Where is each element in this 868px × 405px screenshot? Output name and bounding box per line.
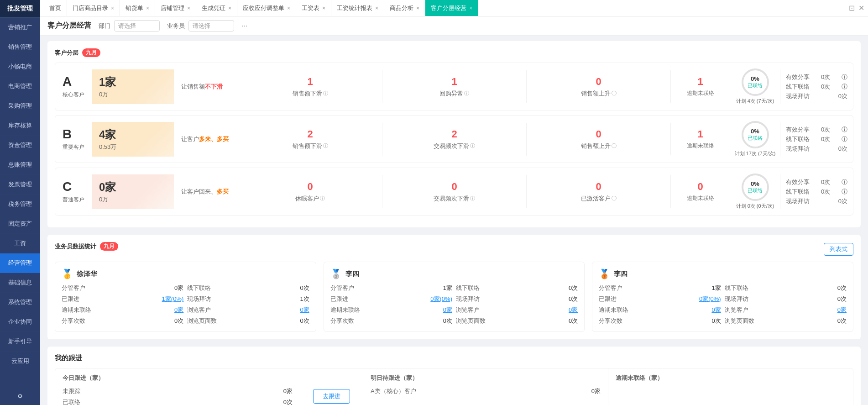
staff-select[interactable]: 请选择: [188, 20, 234, 32]
metric-a-3[interactable]: 0 销售额上升 ⓘ: [526, 70, 670, 103]
sidebar-item-jichu[interactable]: 基础信息: [0, 273, 40, 293]
close-icon[interactable]: ×: [146, 5, 149, 11]
sidebar-item-zhanghu[interactable]: 总账管理: [0, 155, 40, 175]
tier-a-metrics: 1 销售额下滑 ⓘ 1 回购异常 ⓘ 0 销售额上升 ⓘ: [238, 70, 670, 103]
sidebar-header[interactable]: 批发管理: [0, 0, 40, 18]
sidebar-item-gongzi[interactable]: 工资: [0, 234, 40, 253]
tier-c-main[interactable]: 0家 0万: [92, 174, 174, 209]
metric-c-3[interactable]: 0 已激活客户 ⓘ: [526, 175, 670, 208]
metric-a-2[interactable]: 1 回购异常 ⓘ: [382, 70, 526, 103]
staff-section: 业务员数据统计 九月 列表式 🥇 徐泽华 分管客户 0家: [47, 235, 861, 339]
staff-1-rank-icon: 🥇: [62, 268, 73, 279]
followup-section: 我的跟进 今日跟进（家） 未跟踪 0家 已联络 0次 未联络 1家: [47, 347, 861, 405]
tier-c-circle: 0% 已联络 计划 0次 (0天/次): [730, 168, 780, 215]
tier-c-metrics: 0 休眠客户 ⓘ 0 交易频次下滑 ⓘ 0 已激活客户 ⓘ: [238, 175, 670, 208]
tier-b-slogan: 让客户多来、多买: [174, 131, 238, 147]
tab-home[interactable]: 首页: [44, 0, 67, 16]
staff-2-name: 李四: [345, 270, 359, 279]
metric-b-2[interactable]: 2 交易频次下滑 ⓘ: [382, 123, 526, 156]
tab-gongzitongji[interactable]: 工资统计报表×: [331, 0, 384, 16]
close-icon[interactable]: ×: [111, 5, 114, 11]
close-icon[interactable]: ×: [375, 5, 378, 11]
sidebar-item-dianshang[interactable]: 电商管理: [0, 77, 40, 96]
tier-a-main[interactable]: 1家 0万: [92, 69, 174, 104]
tab-pingzheng[interactable]: 生成凭证×: [196, 0, 237, 16]
tab-shangpinfenxi[interactable]: 商品分析×: [384, 0, 425, 16]
tab-xiaohuodan[interactable]: 销货单×: [120, 0, 155, 16]
close-icon[interactable]: ×: [228, 5, 231, 11]
dept-filter: 部门 请选择: [99, 20, 160, 32]
restore-icon[interactable]: ⊡: [849, 4, 855, 12]
sidebar-item-yunyingyong[interactable]: 云应用: [0, 352, 40, 371]
staff-1-stat-4: 逾期未联络 0家: [62, 306, 183, 314]
staff-3-rank-icon: 🥉: [599, 268, 610, 279]
sidebar-item-xitong[interactable]: 系统管理: [0, 293, 40, 312]
tier-b-main[interactable]: 4家 0.53万: [92, 122, 174, 157]
metric-b-1[interactable]: 2 销售额下滑 ⓘ: [238, 123, 382, 156]
tab-dianpu[interactable]: 店铺管理×: [155, 0, 196, 16]
sidebar-item-kucun[interactable]: 库存核算: [0, 116, 40, 136]
close-icon[interactable]: ×: [416, 5, 419, 11]
sidebar-item-dianshang-small[interactable]: 小畅电商: [0, 57, 40, 77]
staff-grid: 🥇 徐泽华 分管客户 0家 线下联络 0次 已跟进: [55, 262, 853, 332]
staff-3-stat-4: 逾期未联络 0家: [599, 306, 721, 314]
right-info-share-c: 有效分享0次ⓘ: [786, 178, 847, 186]
tab-mendian[interactable]: 门店商品目录×: [67, 0, 120, 16]
staff-month-badge: 九月: [100, 242, 118, 251]
metric-c-1[interactable]: 0 休眠客户 ⓘ: [238, 175, 382, 208]
staff-1-name-row: 🥇 徐泽华: [62, 268, 309, 279]
staff-3-stat-5: 浏览客户 0家: [725, 306, 847, 314]
main-area: 首页 门店商品目录× 销货单× 店铺管理× 生成凭证× 应收应付调整单× 工资表…: [40, 0, 868, 405]
sidebar-item-zijin[interactable]: 资金管理: [0, 136, 40, 155]
month-badge: 九月: [82, 48, 100, 57]
staff-1-stat-3: 现场拜访 1次: [187, 295, 309, 303]
more-filters-btn[interactable]: ···: [241, 22, 247, 30]
close-icon[interactable]: ×: [287, 5, 290, 11]
metric-b-3[interactable]: 0 销售额上升 ⓘ: [526, 123, 670, 156]
close-icon[interactable]: ×: [322, 5, 325, 11]
close-icon[interactable]: ×: [469, 5, 472, 11]
staff-3-stat-3: 现场拜访 0次: [725, 295, 847, 303]
sidebar-item-caigou[interactable]: 采购管理: [0, 96, 40, 116]
metric-a-1[interactable]: 1 销售额下滑 ⓘ: [238, 70, 382, 103]
staff-2-stat-3: 现场拜访 0次: [456, 295, 578, 303]
followup-title: 我的跟进: [55, 354, 853, 363]
sidebar-item-xiaoshou[interactable]: 销售管理: [0, 37, 40, 57]
staff-2-stat-5: 浏览客户 0家: [456, 306, 578, 314]
dept-select[interactable]: 请选择: [114, 20, 160, 32]
tab-gongzibiao[interactable]: 工资表×: [296, 0, 331, 16]
sidebar-item-yingxiao[interactable]: 营销推广: [0, 18, 40, 37]
close-window-icon[interactable]: ✕: [858, 4, 864, 12]
right-info-share-a: 有效分享0次ⓘ: [786, 73, 847, 81]
list-view-btn[interactable]: 列表式: [824, 243, 853, 256]
staff-1-stat-2: 已跟进 1家(0%): [62, 295, 183, 303]
staff-2-name-row: 🥈 李四: [330, 268, 578, 279]
sidebar-item-xinshou[interactable]: 新手引导: [0, 332, 40, 352]
metric-c-2[interactable]: 0 交易频次下滑 ⓘ: [382, 175, 526, 208]
sidebar-item-shuiwu[interactable]: 税务管理: [0, 195, 40, 214]
tab-yingshoufutiaozheng[interactable]: 应收应付调整单×: [237, 0, 296, 16]
tier-row-c: C 普通客户 0家 0万 让客户回来、多买 0 休眠客户 ⓘ 0: [55, 168, 853, 216]
right-info-share-b: 有效分享0次ⓘ: [786, 126, 847, 134]
sidebar-item-jingying[interactable]: 经营管理: [0, 253, 40, 273]
sidebar-item-qiye[interactable]: 企业协同: [0, 312, 40, 332]
close-icon[interactable]: ×: [187, 5, 190, 11]
sidebar-item-gudingzichan[interactable]: 固定资产: [0, 214, 40, 234]
sidebar-item-fapiao[interactable]: 发票管理: [0, 175, 40, 195]
right-info-visit-c: 现场拜访0次: [786, 197, 847, 205]
staff-1-stats: 分管客户 0家 线下联络 0次 已跟进 1家(0%) 现场拜访: [62, 284, 309, 325]
tier-c-contact[interactable]: 0 逾期未联络: [670, 175, 730, 208]
staff-section-title: 业务员数据统计 九月: [55, 242, 118, 251]
tier-c-label: C 普通客户: [55, 172, 92, 211]
tab-kehufenceng[interactable]: 客户分层经营×: [425, 0, 478, 16]
content-header: 客户分层经营 部门 请选择 业务员 请选择 ···: [40, 16, 868, 36]
tier-b-contact[interactable]: 1 逾期未联络: [670, 123, 730, 155]
circle-a: 0% 已联络: [742, 68, 769, 96]
goto-followup-btn[interactable]: 去跟进: [313, 389, 350, 404]
tier-a-circle: 0% 已联络 计划 4次 (7天/次): [730, 63, 780, 110]
tier-row-a: A 核心客户 1家 0万 让销售额不下滑 1 销售额下滑 ⓘ 1: [55, 63, 853, 110]
tier-a-contact[interactable]: 1 逾期未联络: [670, 70, 730, 103]
customer-tier-section: 客户分层 九月 A 核心客户 1家 0万 让销售额不下滑 1: [47, 41, 861, 227]
settings-icon[interactable]: ⚙: [0, 387, 40, 405]
followup-today-row-1: 已联络 0次: [63, 397, 293, 405]
